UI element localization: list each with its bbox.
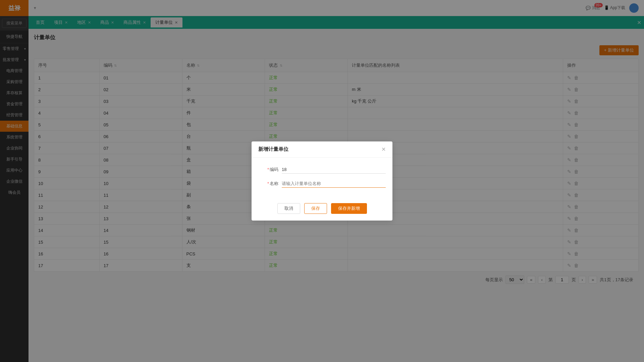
name-label: *名称 [258,181,278,187]
save-and-new-button[interactable]: 保存并新增 [331,203,367,214]
modal-title: 新增计量单位 [258,146,288,153]
modal-body: *编码 *名称 [252,158,392,199]
name-input[interactable] [282,180,386,188]
form-row-name: *名称 [258,180,386,188]
code-label: *编码 [258,167,278,173]
code-input[interactable] [282,166,386,174]
modal-close-button[interactable]: ✕ [381,147,386,152]
required-mark: * [267,181,269,186]
cancel-button[interactable]: 取消 [277,203,300,214]
form-row-code: *编码 [258,166,386,174]
add-unit-modal: 新增计量单位 ✕ *编码 *名称 取消 保存 保存并新增 [252,141,392,221]
required-mark: * [267,167,269,172]
save-button[interactable]: 保存 [304,203,327,214]
modal-footer: 取消 保存 保存并新增 [252,199,392,221]
modal-header: 新增计量单位 ✕ [252,141,392,158]
modal-overlay[interactable]: 新增计量单位 ✕ *编码 *名称 取消 保存 保存并新增 [0,0,644,362]
